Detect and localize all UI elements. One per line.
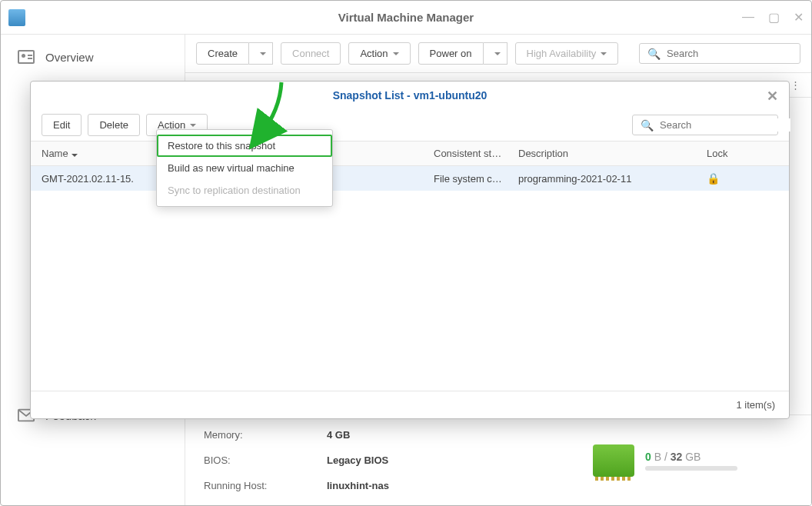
edit-button[interactable]: Edit — [42, 114, 82, 136]
create-button[interactable]: Create — [196, 42, 249, 65]
window-minimize-icon[interactable]: — — [742, 10, 754, 25]
window-close-icon[interactable]: ✕ — [794, 10, 804, 25]
window-title: Virtual Machine Manager — [1, 11, 811, 24]
memory-total-unit: GB — [685, 451, 701, 463]
menu-restore-snapshot[interactable]: Restore to this snapshot — [157, 135, 332, 157]
dth-description[interactable]: Description — [518, 148, 707, 159]
detail-host-value: linuxhint-nas — [327, 480, 389, 491]
menu-build-vm[interactable]: Build as new virtual machine — [157, 157, 332, 179]
dialog-footer: 1 item(s) — [31, 391, 789, 418]
memory-used-unit: B — [654, 451, 661, 463]
detail-memory-value: 4 GB — [327, 429, 389, 441]
main-toolbar: Create Connect Action Power on High Avai… — [185, 35, 811, 73]
power-on-dropdown-button[interactable] — [484, 42, 508, 65]
caret-down-icon — [260, 52, 266, 55]
snapshot-row[interactable]: GMT-2021.02.11-15. 59:45 File system c… … — [31, 166, 789, 191]
caret-down-icon — [601, 52, 607, 55]
high-availability-button[interactable]: High Availability — [515, 42, 619, 65]
memory-used: 0 — [645, 451, 651, 463]
search-icon: 🔍 — [641, 119, 654, 131]
menu-sync-replication: Sync to replication destination — [157, 179, 332, 201]
vm-details-panel: Memory: 4 GB BIOS: Legacy BIOS Running H… — [185, 414, 811, 505]
action-menu: Restore to this snapshot Build as new vi… — [156, 129, 333, 207]
window-maximize-icon[interactable]: ▢ — [768, 10, 780, 25]
sidebar-item-overview[interactable]: Overview — [1, 39, 185, 75]
create-dropdown-button[interactable] — [249, 42, 273, 65]
dialog-close-button[interactable]: ✕ — [767, 88, 778, 105]
caret-down-icon — [494, 52, 501, 55]
power-on-button[interactable]: Power on — [418, 42, 484, 65]
dialog-table-header: Name Consistent st… Description Lock — [31, 141, 789, 166]
sort-desc-icon — [72, 154, 78, 157]
titlebar: Virtual Machine Manager — ▢ ✕ — [1, 1, 811, 35]
dth-consistent[interactable]: Consistent st… — [434, 148, 518, 159]
cell-name: GMT-2021.02.11-15. — [42, 173, 134, 185]
dth-lock[interactable]: Lock — [707, 148, 778, 159]
dialog-search-input[interactable] — [658, 118, 790, 131]
detail-host-label: Running Host: — [204, 480, 327, 491]
sidebar-item-label: Overview — [45, 51, 94, 64]
dialog-title: Snapshot List - vm1-ubuntu20 ✕ — [31, 82, 789, 109]
overview-icon — [18, 50, 35, 64]
memory-bar — [645, 466, 737, 471]
detail-bios-label: BIOS: — [204, 454, 327, 466]
snapshot-dialog: Snapshot List - vm1-ubuntu20 ✕ Edit Dele… — [30, 81, 790, 419]
memory-meter: 0 B / 32 GB — [593, 429, 793, 491]
connect-button[interactable]: Connect — [281, 42, 341, 65]
dialog-search[interactable]: 🔍 — [632, 115, 778, 135]
lock-icon: 🔒 — [707, 172, 720, 185]
cell-consistent: File system c… — [434, 173, 518, 185]
action-button[interactable]: Action — [348, 42, 410, 65]
app-icon — [8, 9, 25, 26]
caret-down-icon — [393, 52, 399, 55]
detail-memory-label: Memory: — [204, 429, 327, 441]
search-input[interactable] — [665, 47, 797, 60]
memory-total: 32 — [671, 451, 683, 463]
main-search[interactable]: 🔍 — [639, 43, 800, 64]
caret-down-icon — [190, 124, 196, 127]
delete-button[interactable]: Delete — [88, 114, 140, 136]
search-icon: 🔍 — [647, 48, 661, 60]
dialog-toolbar: Edit Delete Action 🔍 — [31, 109, 789, 141]
columns-more-icon[interactable]: ⋮ — [790, 79, 800, 91]
memory-chip-icon — [593, 444, 634, 477]
detail-bios-value: Legacy BIOS — [327, 454, 389, 466]
cell-description: programming-2021-02-11 — [518, 173, 707, 185]
